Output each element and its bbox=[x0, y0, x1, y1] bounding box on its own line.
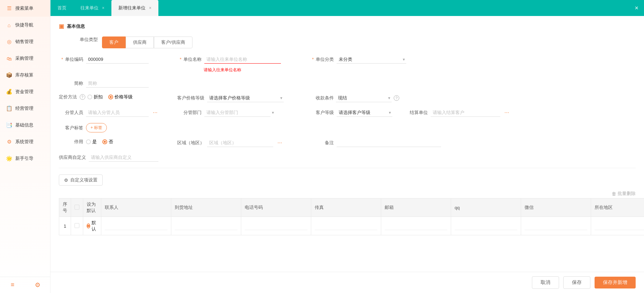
batch-delete-label: 批量删除 bbox=[618, 190, 636, 197]
pricing-price-level-radio[interactable]: 价格等级 bbox=[108, 94, 133, 100]
custom-settings-label: 自定义项设置 bbox=[70, 177, 97, 183]
sales-icon: ◎ bbox=[6, 38, 13, 45]
tab-partner[interactable]: 往来单位 × bbox=[73, 0, 111, 16]
row-wechat-input[interactable] bbox=[525, 222, 587, 230]
remark-label: 备注 bbox=[309, 140, 334, 146]
save-add-button[interactable]: 保存并新增 bbox=[595, 277, 636, 288]
row-phone-input[interactable] bbox=[245, 222, 307, 230]
form-row-1: * 单位编码 * 单位名称 请输入往来单位名称 * bbox=[59, 55, 636, 73]
batch-delete-btn[interactable]: 🗑 批量删除 bbox=[59, 190, 636, 197]
sidebar-item-inventory[interactable]: 📦 库存核算 bbox=[0, 67, 50, 83]
remark-input[interactable] bbox=[337, 139, 441, 147]
add-tag-btn[interactable]: + 标签 bbox=[86, 123, 107, 132]
select-all-checkbox[interactable] bbox=[74, 205, 79, 210]
main-area: 首页 往来单位 × 新增往来单位 × × ▣ 基本信息 单位类型 客户 供应商 … bbox=[50, 0, 644, 293]
tab-bar: 首页 往来单位 × 新增往来单位 × × bbox=[50, 0, 644, 16]
unit-category-field: * 单位分类 未分类 ▾ bbox=[309, 55, 428, 64]
settlement-unit-input[interactable] bbox=[431, 108, 500, 117]
region-more-btn[interactable]: ··· bbox=[276, 140, 283, 146]
customer-price-level-select[interactable]: 请选择客户价格等级 bbox=[207, 94, 284, 102]
manager-input[interactable] bbox=[86, 108, 149, 117]
unit-code-input[interactable] bbox=[86, 55, 149, 64]
sidebar-item-basic[interactable]: 📑 基础信息 bbox=[0, 117, 50, 133]
row-checkbox[interactable] bbox=[74, 223, 79, 228]
supplier-custom-field: 供应商自定义 bbox=[59, 153, 177, 162]
disabled-label: 停用 bbox=[59, 139, 83, 145]
finance-icon: 💰 bbox=[6, 88, 13, 95]
form-row-tags: 客户标签 + 标签 bbox=[59, 123, 636, 132]
customer-price-level-label: 客户价格等级 bbox=[177, 95, 204, 101]
default-radio-icon bbox=[87, 223, 90, 228]
row-index: 1 bbox=[59, 217, 71, 235]
row-contact-input[interactable] bbox=[105, 222, 167, 230]
unit-name-input[interactable] bbox=[204, 55, 281, 64]
col-contact: 联系人 bbox=[101, 198, 171, 217]
region-label: 区域（地区） bbox=[177, 140, 204, 146]
row-qq-input[interactable] bbox=[455, 222, 517, 230]
disabled-no-radio[interactable]: 否 bbox=[102, 139, 113, 145]
sidebar-item-newuser[interactable]: 🌟 新手引导 bbox=[0, 150, 50, 167]
region-input[interactable] bbox=[207, 139, 273, 147]
row-region-input[interactable] bbox=[595, 222, 644, 230]
unit-type-customer-btn[interactable]: 客户 bbox=[102, 36, 126, 48]
divider bbox=[59, 168, 636, 168]
settlement-unit-label: 结算单位 bbox=[407, 109, 428, 116]
save-button[interactable]: 保存 bbox=[563, 276, 590, 289]
row-default-cell: 默认 bbox=[83, 217, 101, 235]
form-row-manager: 分管人员 ··· 分管部门 ▾ 客户等级 请选择客户等级 ▾ bbox=[59, 108, 636, 117]
col-index: 序号 bbox=[59, 198, 71, 217]
row-address-input[interactable] bbox=[175, 222, 237, 230]
sidebar-item-purchase[interactable]: 🛍 采购管理 bbox=[0, 50, 50, 67]
row-phone bbox=[241, 217, 311, 235]
customer-price-level-field: 客户价格等级 请选择客户价格等级 ▾ bbox=[177, 94, 309, 102]
sidebar-item-finance[interactable]: 💰 资金管理 bbox=[0, 83, 50, 100]
row-fax-input[interactable] bbox=[315, 222, 377, 230]
customer-level-select[interactable]: 请选择客户等级 bbox=[337, 108, 392, 117]
tab-new-partner-close[interactable]: × bbox=[149, 6, 151, 10]
short-name-input[interactable] bbox=[86, 79, 149, 88]
unit-name-label: * 单位名称 bbox=[177, 56, 202, 63]
yes-radio-icon bbox=[86, 139, 91, 144]
settlement-more-btn[interactable]: ··· bbox=[503, 109, 510, 116]
col-default: 设为默认 bbox=[83, 198, 101, 217]
sidebar-collapse-btn[interactable]: ≡ bbox=[0, 277, 25, 293]
row-default-radio[interactable]: 默认 bbox=[87, 220, 97, 232]
window-close-btn[interactable]: × bbox=[629, 5, 644, 12]
custom-settings-btn[interactable]: ⚙ 自定义项设置 bbox=[59, 174, 103, 186]
section-title-text: 基本信息 bbox=[67, 23, 85, 30]
disabled-radio-group: 是 否 bbox=[86, 139, 113, 145]
sidebar-item-ops[interactable]: 📋 经营管理 bbox=[0, 100, 50, 117]
payment-terms-wrapper: 现结 ▾ bbox=[336, 94, 392, 102]
form-row-disabled: 停用 是 否 区域（地区） ··· bbox=[59, 139, 636, 147]
sidebar-item-system[interactable]: ⚙ 系统管理 bbox=[0, 133, 50, 150]
tab-partner-close[interactable]: × bbox=[102, 6, 104, 10]
short-name-label: 简称 bbox=[59, 80, 83, 87]
col-email: 邮箱 bbox=[381, 198, 451, 217]
pricing-help-icon[interactable]: ? bbox=[80, 94, 85, 100]
sidebar-item-label: 采购管理 bbox=[15, 55, 33, 62]
row-email-input[interactable] bbox=[385, 222, 447, 230]
sidebar-item-search[interactable]: ☰ 搜索菜单 bbox=[0, 0, 50, 17]
manager-more-btn[interactable]: ··· bbox=[151, 109, 159, 116]
manager-label: 分管人员 bbox=[59, 109, 83, 116]
department-field: 分管部门 ▾ bbox=[177, 108, 309, 117]
unit-category-select[interactable]: 未分类 bbox=[337, 55, 406, 64]
tab-new-partner[interactable]: 新增往来单位 × bbox=[111, 0, 158, 16]
search-menu-icon: ☰ bbox=[6, 5, 13, 12]
unit-type-supplier-btn[interactable]: 供应商 bbox=[126, 36, 154, 48]
unit-type-both-btn[interactable]: 客户/供应商 bbox=[154, 36, 193, 48]
department-input[interactable] bbox=[204, 108, 270, 117]
payment-help-icon[interactable]: ? bbox=[394, 95, 399, 101]
sidebar-item-quicknav[interactable]: ⌂ 快捷导航 bbox=[0, 17, 50, 33]
tab-home[interactable]: 首页 bbox=[50, 0, 73, 16]
pricing-discount-radio[interactable]: 折扣 bbox=[87, 94, 103, 100]
row-checkbox-cell bbox=[71, 217, 83, 235]
disabled-yes-radio[interactable]: 是 bbox=[86, 139, 97, 145]
price-level-radio-icon bbox=[108, 95, 113, 99]
sidebar-settings-btn[interactable]: ⚙ bbox=[25, 277, 50, 293]
sidebar-item-sales[interactable]: ◎ 销售管理 bbox=[0, 33, 50, 50]
supplier-custom-input[interactable] bbox=[89, 153, 158, 162]
sidebar-item-label: 基础信息 bbox=[15, 122, 33, 128]
cancel-button[interactable]: 取消 bbox=[532, 276, 559, 289]
payment-terms-select[interactable]: 现结 bbox=[336, 94, 392, 102]
